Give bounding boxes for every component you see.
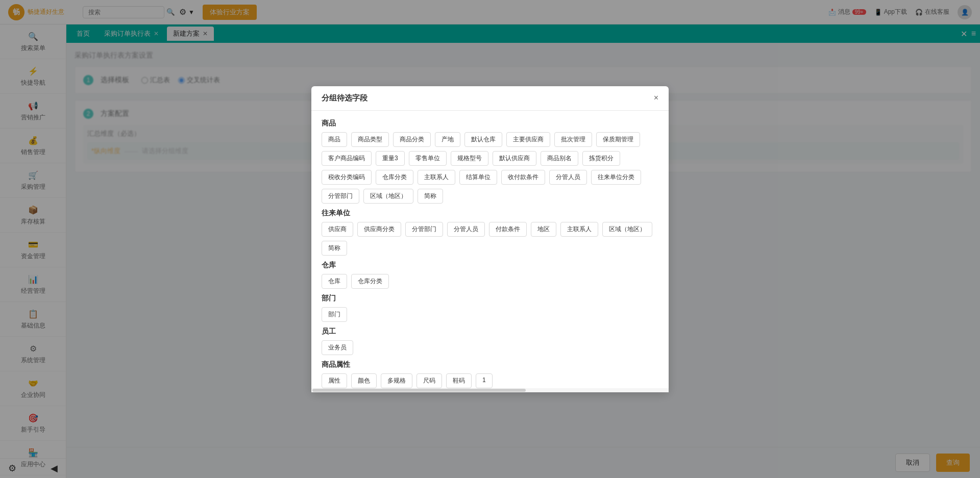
field-tag-0-17[interactable]: 主联系人 [418,170,455,185]
modal-overlay: 分组待选字段 × 商品商品商品类型商品分类产地默认仓库主要供应商批次管理保质期管… [0,0,980,478]
field-select-modal: 分组待选字段 × 商品商品商品类型商品分类产地默认仓库主要供应商批次管理保质期管… [311,86,669,392]
field-tag-1-3[interactable]: 分管人员 [447,222,485,237]
field-tag-3-0[interactable]: 部门 [322,307,347,322]
field-tag-0-13[interactable]: 商品别名 [541,151,578,166]
field-tag-0-20[interactable]: 分管人员 [549,170,587,185]
modal-header: 分组待选字段 × [311,86,669,111]
field-tag-0-12[interactable]: 默认供应商 [493,151,536,166]
field-tag-0-6[interactable]: 批次管理 [554,132,592,147]
field-tags-5: 属性颜色多规格尺码鞋码1 [322,373,658,388]
field-tag-0-11[interactable]: 规格型号 [451,151,488,166]
field-tag-0-14[interactable]: 拣货积分 [582,151,620,166]
field-group-title-0: 商品 [322,119,658,128]
modal-scrollbar-thumb [312,389,526,392]
field-tag-0-23[interactable]: 区域（地区） [363,189,413,204]
field-tags-1: 供应商供应商分类分管部门分管人员付款条件地区主联系人区域（地区）简称 [322,222,658,256]
field-tag-0-9[interactable]: 重量3 [376,151,405,166]
field-group-title-2: 仓库 [322,261,658,270]
field-tag-0-16[interactable]: 仓库分类 [376,170,413,185]
field-tag-0-2[interactable]: 商品分类 [393,132,431,147]
field-tag-1-8[interactable]: 简称 [322,241,347,256]
field-tag-0-18[interactable]: 结算单位 [459,170,497,185]
field-tag-2-0[interactable]: 仓库 [322,274,347,289]
field-group-title-3: 部门 [322,294,658,303]
field-tags-4: 业务员 [322,340,658,355]
field-tag-5-5[interactable]: 1 [476,373,493,388]
field-group-title-4: 员工 [322,327,658,336]
modal-close-button[interactable]: × [654,94,658,102]
field-tag-5-3[interactable]: 尺码 [416,373,442,388]
field-tag-1-6[interactable]: 主联系人 [560,222,598,237]
field-tag-1-7[interactable]: 区域（地区） [602,222,652,237]
field-group-title-1: 往来单位 [322,209,658,218]
field-tags-0: 商品商品类型商品分类产地默认仓库主要供应商批次管理保质期管理客户商品编码重量3零… [322,132,658,204]
field-tag-1-1[interactable]: 供应商分类 [357,222,401,237]
field-tag-2-1[interactable]: 仓库分类 [351,274,389,289]
field-tags-3: 部门 [322,307,658,322]
field-tag-0-8[interactable]: 客户商品编码 [322,151,372,166]
field-tag-0-15[interactable]: 税收分类编码 [322,170,372,185]
field-tag-1-0[interactable]: 供应商 [322,222,353,237]
field-tag-5-4[interactable]: 鞋码 [446,373,472,388]
field-tag-0-1[interactable]: 商品类型 [351,132,389,147]
field-tag-1-4[interactable]: 付款条件 [489,222,527,237]
field-group-title-5: 商品属性 [322,360,658,369]
modal-body[interactable]: 商品商品商品类型商品分类产地默认仓库主要供应商批次管理保质期管理客户商品编码重量… [311,111,669,388]
field-tag-0-0[interactable]: 商品 [322,132,347,147]
field-tag-0-10[interactable]: 零售单位 [409,151,447,166]
field-tag-1-2[interactable]: 分管部门 [405,222,443,237]
field-tags-2: 仓库仓库分类 [322,274,658,289]
field-tag-0-21[interactable]: 往来单位分类 [591,170,641,185]
field-tag-0-22[interactable]: 分管部门 [322,189,359,204]
field-tag-0-24[interactable]: 简称 [418,189,443,204]
field-tag-4-0[interactable]: 业务员 [322,340,353,355]
field-tag-0-7[interactable]: 保质期管理 [596,132,640,147]
field-tag-5-1[interactable]: 颜色 [351,373,377,388]
field-tag-5-2[interactable]: 多规格 [381,373,412,388]
field-tag-0-3[interactable]: 产地 [435,132,460,147]
field-tag-0-19[interactable]: 收付款条件 [501,170,545,185]
field-tag-0-5[interactable]: 主要供应商 [506,132,550,147]
modal-scrollbar [311,388,669,392]
field-tag-1-5[interactable]: 地区 [531,222,556,237]
field-tag-5-0[interactable]: 属性 [322,373,347,388]
field-tag-0-4[interactable]: 默认仓库 [464,132,502,147]
modal-title: 分组待选字段 [322,93,368,103]
